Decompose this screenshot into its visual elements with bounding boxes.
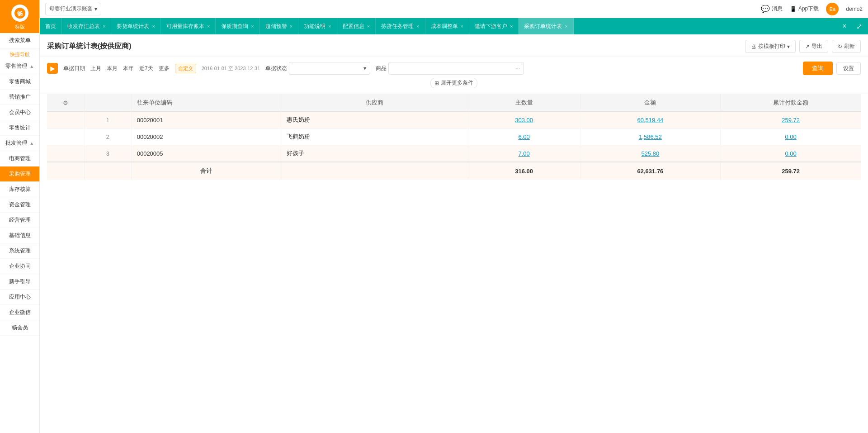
filter-toggle[interactable]: ▶ bbox=[47, 63, 58, 74]
shortcut-more[interactable]: 更多 bbox=[157, 64, 171, 73]
sidebar-item-enterprise[interactable]: 企业协同 bbox=[0, 259, 39, 274]
sidebar-item-enterprise-wx[interactable]: 企业微信 bbox=[0, 305, 39, 320]
sidebar-item-retail-mgmt[interactable]: 零售管理 ▲ bbox=[0, 59, 39, 74]
app-download-action[interactable]: 📱 App下载 bbox=[790, 5, 819, 13]
tab-goods-stats[interactable]: 要货单统计表 × bbox=[111, 18, 160, 34]
row-check[interactable] bbox=[47, 128, 85, 145]
tab-config-info-close[interactable]: × bbox=[367, 24, 370, 29]
shortcut-last-month[interactable]: 上月 bbox=[89, 64, 103, 73]
message-action[interactable]: 💬 消息 bbox=[761, 5, 783, 13]
row-qty[interactable]: 6.00 bbox=[468, 128, 580, 145]
col-code-header: 往来单位编码 bbox=[131, 94, 281, 112]
shortcut-this-month[interactable]: 本月 bbox=[105, 64, 119, 73]
row-code[interactable]: 00020001 bbox=[131, 112, 281, 128]
btn-export[interactable]: ↗ 导出 bbox=[799, 40, 828, 53]
sidebar-item-marketing[interactable]: 营销推广 bbox=[0, 90, 39, 105]
app-download-label: App下载 bbox=[798, 5, 819, 13]
sidebar-item-new-guide[interactable]: 新手引导 bbox=[0, 274, 39, 290]
tab-pick-task[interactable]: 拣货任务管理 × bbox=[376, 18, 425, 34]
user-avatar[interactable]: Ea bbox=[826, 3, 839, 15]
tab-expiry-query[interactable]: 保质期查询 × bbox=[216, 18, 259, 34]
table-row[interactable]: 3 00020005 好孩子 7.00 525.80 0.00 bbox=[47, 145, 861, 162]
nav-maximize-btn[interactable]: ⤢ bbox=[854, 21, 864, 32]
sidebar-item-wholesale-mgmt[interactable]: 批发管理 ▲ bbox=[0, 136, 39, 151]
col-no bbox=[85, 94, 131, 112]
table-header-row: ⚙ 往来单位编码 供应商 主数量 金额 累计付款金额 bbox=[47, 94, 861, 112]
table-row[interactable]: 1 00020001 惠氏奶粉 303.00 60,519.44 259.72 bbox=[47, 112, 861, 128]
tab-config-info-label: 配置信息 bbox=[343, 23, 364, 30]
data-table: ⚙ 往来单位编码 供应商 主数量 金额 累计付款金额 1 00020001 bbox=[47, 94, 861, 180]
sidebar: 畅 标版 搜索菜单 快捷导航 零售管理 ▲ 零售商城 营销推广 会员中心 零售统… bbox=[0, 0, 40, 433]
tab-receive-send[interactable]: 收发存汇总表 × bbox=[62, 18, 111, 34]
tab-purchase-order-stats[interactable]: 采购订单统计表 × bbox=[519, 18, 573, 34]
btn-refresh[interactable]: ↻ 刷新 bbox=[832, 40, 861, 53]
settings-icon[interactable]: ⚙ bbox=[63, 100, 68, 106]
sidebar-item-operations[interactable]: 经营管理 bbox=[0, 213, 39, 228]
row-check[interactable] bbox=[47, 112, 85, 128]
sidebar-item-finance[interactable]: 资金管理 bbox=[0, 197, 39, 213]
sidebar-item-retail-store[interactable]: 零售商城 bbox=[0, 74, 39, 90]
custom-date-tag[interactable]: 自定义 bbox=[175, 64, 196, 73]
goods-input[interactable]: ··· bbox=[388, 62, 524, 75]
shortcut-this-year[interactable]: 本年 bbox=[121, 64, 136, 73]
row-qty[interactable]: 7.00 bbox=[468, 145, 580, 162]
tab-overstock-warning-close[interactable]: × bbox=[290, 24, 292, 29]
expand-more-btn[interactable]: ⊞ 展开更多条件 bbox=[430, 78, 477, 88]
sidebar-item-app-center[interactable]: 应用中心 bbox=[0, 290, 39, 305]
tab-pick-task-close[interactable]: × bbox=[416, 24, 419, 29]
expand-icon: ⊞ bbox=[434, 80, 439, 86]
sidebar-item-retail-stats[interactable]: 零售统计 bbox=[0, 120, 39, 136]
tab-purchase-order-stats-close[interactable]: × bbox=[565, 24, 567, 29]
tab-invite-downstream[interactable]: 邀请下游客户 × bbox=[469, 18, 519, 34]
tab-config-info[interactable]: 配置信息 × bbox=[337, 18, 376, 34]
tab-expiry-query-close[interactable]: × bbox=[251, 24, 254, 29]
store-selector[interactable]: 母婴行业演示账套 ▾ bbox=[45, 3, 101, 15]
tab-cost-adjust[interactable]: 成本调整单 × bbox=[425, 18, 469, 34]
status-select[interactable]: ▾ bbox=[289, 62, 370, 75]
row-amount[interactable]: 525.80 bbox=[580, 145, 720, 162]
col-settings[interactable]: ⚙ bbox=[47, 94, 85, 112]
row-supplier[interactable]: 飞鹤奶粉 bbox=[281, 128, 468, 145]
sidebar-item-vip-member[interactable]: 畅会员 bbox=[0, 320, 39, 336]
sidebar-item-system-mgmt[interactable]: 系统管理 bbox=[0, 243, 39, 259]
sidebar-item-inventory[interactable]: 库存核算 bbox=[0, 182, 39, 197]
tab-func-explain[interactable]: 功能说明 × bbox=[298, 18, 337, 34]
btn-query[interactable]: 查询 bbox=[803, 62, 833, 75]
sidebar-nav-label[interactable]: 快捷导航 bbox=[0, 48, 39, 59]
tab-cost-adjust-close[interactable]: × bbox=[461, 24, 463, 29]
btn-filter-settings[interactable]: 设置 bbox=[836, 62, 861, 75]
row-amount[interactable]: 60,519.44 bbox=[580, 112, 720, 128]
row-paid[interactable]: 0.00 bbox=[721, 145, 861, 162]
nav-close-all-btn[interactable]: × bbox=[839, 21, 850, 32]
tab-home-label: 首页 bbox=[45, 23, 56, 30]
sidebar-item-ecommerce[interactable]: 电商管理 bbox=[0, 151, 39, 167]
shortcut-7days[interactable]: 近7天 bbox=[137, 64, 155, 73]
sidebar-item-member-center[interactable]: 会员中心 bbox=[0, 105, 39, 120]
row-paid[interactable]: 259.72 bbox=[721, 112, 861, 128]
row-check[interactable] bbox=[47, 145, 85, 162]
row-supplier[interactable]: 好孩子 bbox=[281, 145, 468, 162]
sidebar-logo[interactable]: 畅 标版 bbox=[0, 0, 39, 33]
row-code[interactable]: 00020005 bbox=[131, 145, 281, 162]
tab-home[interactable]: 首页 bbox=[40, 18, 62, 34]
tab-invite-downstream-close[interactable]: × bbox=[510, 24, 513, 29]
svg-text:畅: 畅 bbox=[17, 10, 23, 17]
row-amount[interactable]: 1,586.52 bbox=[580, 128, 720, 145]
sidebar-item-purchase-mgmt[interactable]: 采购管理 bbox=[0, 167, 39, 182]
row-paid[interactable]: 0.00 bbox=[721, 128, 861, 145]
goods-label: 商品 bbox=[376, 65, 387, 72]
table-row[interactable]: 2 00020002 飞鹤奶粉 6.00 1,586.52 0.00 bbox=[47, 128, 861, 145]
tab-available-stock[interactable]: 可用量库存账本 × bbox=[161, 18, 216, 34]
row-code[interactable]: 00020002 bbox=[131, 128, 281, 145]
row-supplier[interactable]: 惠氏奶粉 bbox=[281, 112, 468, 128]
btn-template-print[interactable]: 🖨 按模板打印 ▾ bbox=[745, 40, 796, 53]
tab-available-stock-close[interactable]: × bbox=[207, 24, 210, 29]
tab-func-explain-close[interactable]: × bbox=[328, 24, 331, 29]
row-qty[interactable]: 303.00 bbox=[468, 112, 580, 128]
tab-receive-send-close[interactable]: × bbox=[103, 24, 105, 29]
sidebar-item-base-info[interactable]: 基础信息 bbox=[0, 228, 39, 243]
sidebar-search[interactable]: 搜索菜单 bbox=[0, 33, 39, 48]
tab-overstock-warning[interactable]: 超储预警 × bbox=[260, 18, 298, 34]
tab-goods-stats-close[interactable]: × bbox=[152, 24, 155, 29]
user-name-display[interactable]: demo2 bbox=[846, 6, 863, 12]
